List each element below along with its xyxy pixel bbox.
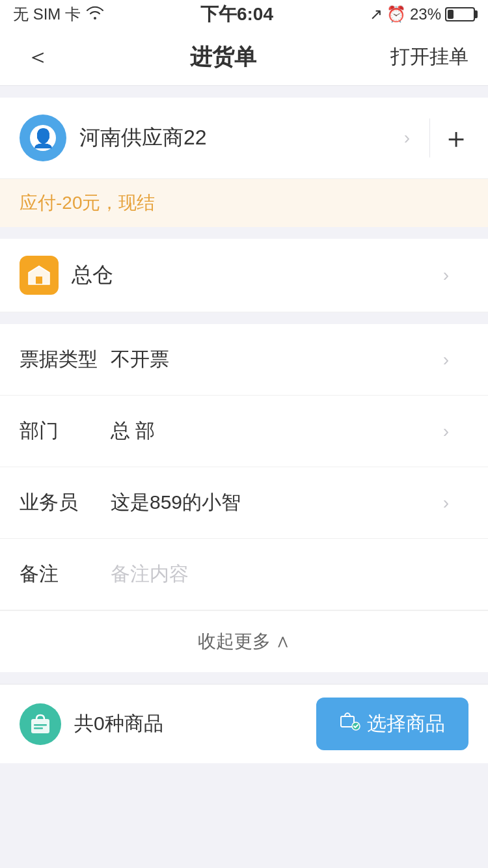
warehouse-svg (27, 264, 51, 287)
alarm-icon: ⏰ (386, 5, 406, 23)
back-button[interactable]: ＜ (20, 34, 56, 79)
collapse-button[interactable]: 收起更多 ∧ (198, 629, 291, 654)
remarks-row[interactable]: 备注 备注内容 (0, 539, 488, 610)
section-gap-2 (0, 227, 488, 239)
department-row[interactable]: 部门 总 部 › (0, 396, 488, 467)
warehouse-icon (20, 256, 59, 295)
warehouse-chevron-icon: › (443, 265, 449, 286)
section-gap-1 (0, 86, 488, 98)
battery-icon (445, 7, 475, 21)
supplier-chevron-icon: › (404, 128, 410, 148)
department-label: 部门 (20, 418, 111, 444)
supplier-row[interactable]: 👤 河南供应商22 › ＋ (0, 98, 488, 179)
warehouse-label: 总仓 (72, 261, 443, 290)
select-btn-label: 选择商品 (367, 711, 445, 737)
nav-bar: ＜ 进货单 打开挂单 (0, 29, 488, 86)
status-time: 下午6:04 (200, 2, 273, 27)
battery-fill (448, 10, 454, 19)
department-value: 总 部 (111, 418, 443, 444)
battery-percentage: 23% (410, 5, 441, 23)
carrier-text: 无 SIM 卡 (13, 4, 81, 25)
location-icon: ↗ (370, 5, 383, 23)
invoice-row[interactable]: 票据类型 不开票 › (0, 324, 488, 396)
remarks-label: 备注 (20, 561, 111, 588)
page-background (0, 763, 488, 868)
collapse-row[interactable]: 收起更多 ∧ (0, 610, 488, 672)
remarks-placeholder[interactable]: 备注内容 (111, 561, 468, 588)
section-gap-3 (0, 312, 488, 324)
status-right: ↗ ⏰ 23% (370, 5, 475, 23)
salesperson-row[interactable]: 业务员 这是859的小智 › (0, 467, 488, 539)
salesperson-value: 这是859的小智 (111, 489, 443, 516)
select-product-button[interactable]: 选择商品 (316, 698, 468, 750)
supplier-avatar: 👤 (20, 115, 66, 161)
status-left: 无 SIM 卡 (13, 4, 104, 25)
page-title: 进货单 (190, 42, 256, 72)
wifi-icon (86, 5, 104, 23)
svg-rect-0 (36, 277, 42, 284)
bottom-bar: 共0种商品 选择商品 (0, 684, 488, 763)
product-svg (29, 712, 52, 736)
salesperson-chevron-icon: › (443, 493, 449, 513)
warehouse-card: 总仓 › (0, 239, 488, 312)
department-chevron-icon: › (443, 421, 449, 442)
avatar-inner: 👤 (30, 125, 56, 151)
notice-banner: 应付-20元，现结 (0, 179, 488, 227)
warehouse-row[interactable]: 总仓 › (0, 239, 488, 312)
svg-rect-1 (31, 719, 49, 733)
notice-text: 应付-20元，现结 (20, 193, 155, 213)
add-supplier-button[interactable]: ＋ (429, 118, 468, 157)
supplier-name: 河南供应商22 (79, 124, 404, 152)
status-bar: 无 SIM 卡 下午6:04 ↗ ⏰ 23% (0, 0, 488, 29)
open-pending-button[interactable]: 打开挂单 (390, 44, 468, 70)
form-card: 票据类型 不开票 › 部门 总 部 › 业务员 这是859的小智 › 备注 备注… (0, 324, 488, 672)
svg-rect-2 (34, 724, 47, 726)
product-count-text: 共0种商品 (74, 711, 316, 737)
person-icon: 👤 (32, 128, 55, 149)
invoice-value: 不开票 (111, 346, 443, 373)
invoice-label: 票据类型 (20, 346, 111, 373)
select-btn-icon (340, 711, 360, 737)
salesperson-label: 业务员 (20, 489, 111, 516)
svg-rect-3 (34, 727, 43, 729)
invoice-chevron-icon: › (443, 349, 449, 370)
product-icon (20, 703, 61, 745)
supplier-card: 👤 河南供应商22 › ＋ 应付-20元，现结 (0, 98, 488, 227)
